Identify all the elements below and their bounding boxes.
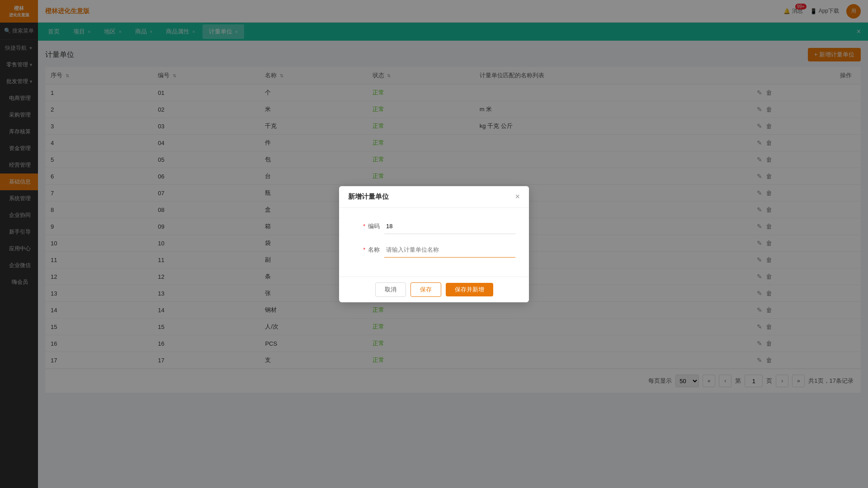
form-name-label: * 名称 (353, 246, 380, 254)
form-row-code: * 编码 (353, 219, 515, 234)
save-new-button[interactable]: 保存并新增 (446, 283, 493, 296)
modal-header: 新增计量单位 × (339, 186, 529, 208)
cancel-button[interactable]: 取消 (375, 282, 406, 297)
form-row-name: * 名称 (353, 242, 515, 258)
modal-body: * 编码 * 名称 (339, 208, 529, 277)
code-input[interactable] (384, 219, 515, 234)
save-button[interactable]: 保存 (410, 282, 441, 297)
name-input[interactable] (384, 242, 515, 258)
name-required-mark: * (363, 246, 365, 253)
modal-title: 新增计量单位 (348, 192, 389, 201)
modal-overlay[interactable]: 新增计量单位 × * 编码 * 名称 取消 保存 保存并新增 (0, 0, 868, 488)
code-required-mark: * (363, 223, 365, 230)
modal-close-btn[interactable]: × (515, 192, 520, 201)
add-unit-modal: 新增计量单位 × * 编码 * 名称 取消 保存 保存并新增 (339, 186, 529, 302)
modal-footer: 取消 保存 保存并新增 (339, 277, 529, 302)
form-code-label: * 编码 (353, 222, 380, 230)
